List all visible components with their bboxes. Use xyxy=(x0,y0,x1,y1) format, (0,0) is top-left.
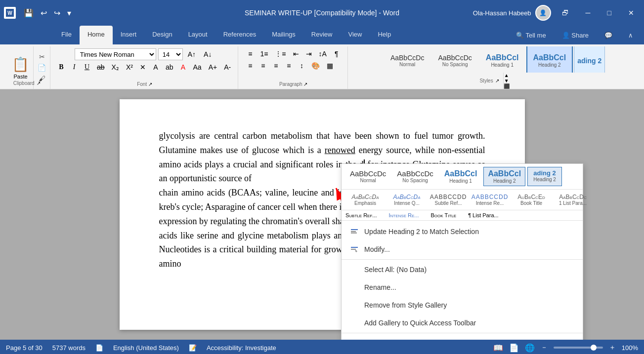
read-mode-button[interactable]: 📖 xyxy=(493,343,503,353)
align-right-button[interactable]: ≡ xyxy=(270,60,282,71)
tell-me-button[interactable]: 🔍 Tell me xyxy=(510,28,552,43)
select-all-item[interactable]: Select All: (No Data) xyxy=(342,261,583,278)
font-shrink-button[interactable]: A- xyxy=(221,62,234,73)
text-effects-button[interactable]: A xyxy=(150,62,162,73)
tab-layout[interactable]: Layout xyxy=(180,26,215,44)
clipboard-launcher-button[interactable]: ↗ xyxy=(37,80,41,86)
align-left-button[interactable]: ≡ xyxy=(244,60,256,71)
close-button[interactable]: ✕ xyxy=(622,7,640,19)
clear-formatting-ribbon-button[interactable]: ✕ xyxy=(137,62,149,73)
increase-indent-button[interactable]: ⇥ xyxy=(303,48,315,59)
tab-insert[interactable]: Insert xyxy=(113,26,145,44)
zoom-out-button[interactable]: － xyxy=(541,343,548,352)
context-style-normal[interactable]: AaBbCcDc Normal xyxy=(345,167,390,186)
minimize-button[interactable]: ─ xyxy=(580,7,597,19)
context-style-intense-q[interactable]: AaBbCcDa Intense Q... xyxy=(387,192,427,208)
context-style-h2[interactable]: AaBbCcl Heading 2 xyxy=(483,167,525,186)
context-style-emphasis[interactable]: AaBbCcDa Emphasis xyxy=(345,192,385,208)
create-style-item[interactable]: A Create a Style xyxy=(342,334,583,340)
font-color-button[interactable]: A xyxy=(177,62,189,73)
tab-home[interactable]: Home xyxy=(80,26,113,44)
context-style-intense-re[interactable]: AABBCCDD Intense Re... xyxy=(470,192,510,208)
font-size-select[interactable]: 14 xyxy=(158,48,183,60)
tab-mailings[interactable]: Mailings xyxy=(264,26,303,44)
ribbon-collapse-button[interactable]: ∧ xyxy=(622,28,639,43)
remove-from-gallery-item[interactable]: Remove from Style Gallery xyxy=(342,296,583,314)
print-layout-button[interactable]: 📄 xyxy=(509,343,519,353)
decrease-indent-button[interactable]: ⇤ xyxy=(290,48,302,59)
tab-view[interactable]: View xyxy=(340,26,370,44)
style-heading2[interactable]: AaBbCcl Heading 2 xyxy=(526,46,573,73)
context-style-nospace[interactable]: AaBbCcDc No Spacing xyxy=(392,167,437,186)
superscript-button[interactable]: X² xyxy=(123,62,136,73)
customize-quick-access-button[interactable]: ▾ xyxy=(65,7,73,19)
tab-file[interactable]: File xyxy=(53,26,80,44)
font-launcher-button[interactable]: ↗ xyxy=(148,81,152,87)
change-case-button[interactable]: Aa xyxy=(190,62,205,73)
paragraph-launcher-button[interactable]: ↗ xyxy=(303,81,307,87)
paste-button[interactable]: 📋 Paste xyxy=(8,54,33,81)
style-heading2-extra[interactable]: ading 2 xyxy=(574,46,605,73)
maximize-button[interactable]: □ xyxy=(601,7,617,19)
rename-item[interactable]: Rename... xyxy=(342,278,583,296)
undo-button[interactable]: ↩ xyxy=(39,7,49,19)
web-layout-button[interactable]: 🌐 xyxy=(525,343,535,353)
strikethrough-button[interactable]: ab xyxy=(94,62,108,73)
align-center-button[interactable]: ≡ xyxy=(257,60,269,71)
style-normal[interactable]: AaBbCcDc Normal xyxy=(384,46,430,73)
add-to-quick-access-item[interactable]: Add Gallery to Quick Access Toolbar xyxy=(342,314,583,332)
increase-font-button[interactable]: A↑ xyxy=(185,49,199,60)
context-style-book-title[interactable]: AuBbCcEd Book Title xyxy=(512,192,551,208)
bullets-button[interactable]: ≡ xyxy=(244,48,256,59)
book-title-small[interactable]: Book Title xyxy=(431,212,457,218)
update-heading2-item[interactable]: Update Heading 2 to Match Selection xyxy=(342,223,583,240)
text-highlight-button[interactable]: ab xyxy=(163,62,176,73)
borders-button[interactable]: ▦ xyxy=(324,60,336,71)
ribbon-extra: 🔍 Tell me 👤 Share 💬 ∧ xyxy=(510,28,644,43)
list-para-small[interactable]: ¶ List Para... xyxy=(468,212,499,218)
numbering-button[interactable]: 1≡ xyxy=(257,48,271,59)
shading-button[interactable]: 🎨 xyxy=(308,60,323,71)
comments-button[interactable]: 💬 xyxy=(599,28,618,43)
tab-design[interactable]: Design xyxy=(144,26,180,44)
font-more-button[interactable]: A+ xyxy=(206,62,220,73)
subtle-ref-small[interactable]: Subtle Ref... xyxy=(345,212,377,218)
context-style-h2-extra[interactable]: ading 2 Heading 2 xyxy=(527,167,562,186)
italic-button[interactable]: I xyxy=(68,62,80,73)
share-button[interactable]: 👤 Share xyxy=(556,28,595,43)
modify-item[interactable]: Modify... xyxy=(342,240,583,258)
context-style-list-para[interactable]: AaBbCcDc 1 List Para... xyxy=(553,192,593,208)
style-no-spacing[interactable]: AaBbCcDc No Spacing xyxy=(431,46,478,73)
sort-button[interactable]: ↕A xyxy=(316,48,330,59)
decrease-font-button[interactable]: A↓ xyxy=(201,49,215,60)
show-marks-button[interactable]: ¶ xyxy=(331,48,343,59)
bold-button[interactable]: B xyxy=(55,62,67,73)
font-family-select[interactable]: Times New Roman xyxy=(75,48,156,60)
language-button[interactable]: 📝 xyxy=(189,344,197,352)
intense-re-small[interactable]: Intense Re... xyxy=(389,212,419,218)
underline-button[interactable]: U xyxy=(81,62,93,73)
justify-button[interactable]: ≡ xyxy=(283,60,295,71)
zoom-in-button[interactable]: ＋ xyxy=(609,343,616,352)
styles-launcher-button[interactable]: ↗ xyxy=(495,78,499,83)
line-spacing-button[interactable]: ↕ xyxy=(296,60,307,71)
styles-scroll-down-button[interactable]: ▼ xyxy=(504,78,510,83)
context-style-h1[interactable]: AaBbCcl Heading 1 xyxy=(440,167,482,186)
styles-scroll-up-button[interactable]: ▲ xyxy=(504,73,510,78)
style-heading1[interactable]: AaBbCcl Heading 1 xyxy=(479,46,525,73)
cut-button[interactable]: ✂ xyxy=(36,52,48,62)
save-button[interactable]: 💾 xyxy=(22,7,36,19)
redo-button[interactable]: ↪ xyxy=(52,7,62,19)
word-count-button[interactable]: 📄 xyxy=(95,344,103,352)
multilevel-button[interactable]: ⋮≡ xyxy=(272,48,289,59)
subscript-button[interactable]: X₂ xyxy=(109,62,122,73)
tab-review[interactable]: Review xyxy=(303,26,341,44)
tab-help[interactable]: Help xyxy=(370,26,399,44)
tab-references[interactable]: References xyxy=(215,26,264,44)
restore-window-button[interactable]: 🗗 xyxy=(556,7,575,19)
zoom-slider[interactable] xyxy=(554,347,603,349)
context-style-subtle-ref[interactable]: AABBCCDD Subtle Ref... xyxy=(429,192,468,208)
styles-more-button[interactable]: ⬛ xyxy=(504,83,510,89)
copy-button[interactable]: 📄 xyxy=(36,63,48,73)
user-avatar[interactable]: 👤 xyxy=(535,5,551,21)
